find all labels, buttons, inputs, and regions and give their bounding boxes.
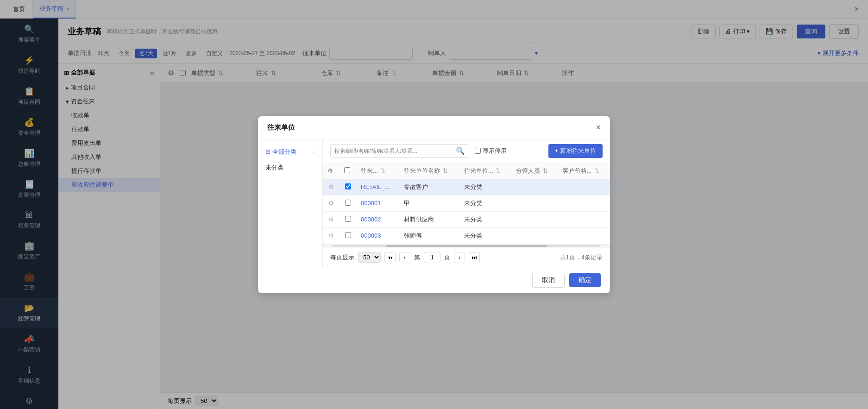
- row-code-cell: RETAIL_...: [356, 179, 399, 195]
- modal-title: 往来单位: [267, 123, 295, 132]
- modal-overlay[interactable]: 往来单位 × ⊞ 全部分类 ‹ 未分类: [0, 0, 868, 409]
- row-code-cell: 000001: [356, 195, 399, 211]
- row-select-checkbox[interactable]: [345, 216, 351, 222]
- row-checkbox-cell[interactable]: [340, 179, 356, 195]
- col-settings-header: ⚙: [323, 163, 340, 179]
- modal-sidebar-item-uncategorized[interactable]: 未分类: [258, 160, 322, 176]
- search-box: 🔍: [330, 144, 469, 158]
- page-size-label: 每页显示: [330, 253, 354, 262]
- modal-body: ⊞ 全部分类 ‹ 未分类 🔍 显示停用: [258, 139, 610, 267]
- table-header-row: ⚙ 往来... ⇅ 往来单位名称 ⇅ 往来单位... ⇅ 分管人员 ⇅ 客户价格…: [323, 163, 610, 179]
- row-salesperson-cell: [511, 179, 558, 195]
- confirm-button[interactable]: 确定: [569, 273, 601, 287]
- scrollbar-track: [332, 245, 601, 247]
- modal-table: ⚙ 往来... ⇅ 往来单位名称 ⇅ 往来单位... ⇅ 分管人员 ⇅ 客户价格…: [323, 163, 610, 244]
- row-settings-icon: ⚙: [323, 211, 340, 227]
- row-price-cell: [558, 227, 610, 244]
- row-checkbox-cell[interactable]: [340, 195, 356, 211]
- row-select-checkbox[interactable]: [345, 232, 351, 238]
- page-unit: 页: [444, 253, 450, 262]
- row-price-cell: [558, 211, 610, 227]
- row-salesperson-cell: [511, 195, 558, 211]
- row-name-cell: 材料供应商: [399, 211, 459, 227]
- select-all-modal[interactable]: [344, 167, 350, 173]
- modal-sidebar-item-label: 未分类: [265, 164, 283, 171]
- table-row[interactable]: ⚙ 000001 甲 未分类: [323, 195, 610, 211]
- row-settings-icon: ⚙: [323, 195, 340, 211]
- row-salesperson-cell: [511, 227, 558, 244]
- col-category-header: 往来单位... ⇅: [459, 163, 511, 179]
- show-disabled-label[interactable]: 显示停用: [475, 147, 507, 155]
- row-settings-icon: ⚙: [323, 227, 340, 244]
- row-code-cell: 000002: [356, 211, 399, 227]
- modal-sidebar-all-icon: ⊞: [265, 148, 270, 155]
- modal-header: 往来单位 ×: [258, 116, 610, 139]
- modal-footer-bar: 每页显示 50 ⏮ ‹ 第 页 › ⏭ 共1页，4条记录: [323, 248, 610, 267]
- show-disabled-text: 显示停用: [483, 147, 507, 155]
- modal-sidebar-header-label: 全部分类: [272, 148, 296, 156]
- row-salesperson-cell: [511, 211, 558, 227]
- row-name-cell: 张师傅: [399, 227, 459, 244]
- row-name-cell: 零散客户: [399, 179, 459, 195]
- scrollbar-thumb: [386, 245, 547, 247]
- modal-sidebar-collapse-icon[interactable]: ‹: [313, 149, 315, 155]
- row-checkbox-cell[interactable]: [340, 227, 356, 244]
- row-checkbox-cell[interactable]: [340, 211, 356, 227]
- table-row[interactable]: ⚙ RETAIL_... 零散客户 未分类: [323, 179, 610, 195]
- last-page-button[interactable]: ⏭: [469, 252, 480, 263]
- table-row[interactable]: ⚙ 000003 张师傅 未分类: [323, 227, 610, 244]
- modal-toolbar: 🔍 显示停用 + 新增往来单位: [323, 139, 610, 163]
- modal-page-size-select[interactable]: 50: [358, 252, 381, 263]
- modal-buttons: 取消 确定: [258, 267, 610, 293]
- row-settings-icon: ⚙: [323, 179, 340, 195]
- row-price-cell: [558, 195, 610, 211]
- page-number-input[interactable]: [424, 252, 440, 263]
- modal-close-icon[interactable]: ×: [596, 123, 601, 132]
- row-name-cell: 甲: [399, 195, 459, 211]
- total-info: 共1页，4条记录: [560, 253, 603, 262]
- table-row[interactable]: ⚙ 000002 材料供应商 未分类: [323, 211, 610, 227]
- row-select-checkbox[interactable]: [345, 200, 351, 206]
- cancel-button[interactable]: 取消: [532, 273, 565, 288]
- col-code-header: 往来... ⇅: [356, 163, 399, 179]
- search-input[interactable]: [334, 148, 456, 154]
- row-category-cell: 未分类: [459, 195, 511, 211]
- modal-table-wrap: ⚙ 往来... ⇅ 往来单位名称 ⇅ 往来单位... ⇅ 分管人员 ⇅ 客户价格…: [323, 163, 610, 244]
- modal-sidebar-header[interactable]: ⊞ 全部分类 ‹: [258, 144, 322, 160]
- row-code-cell: 000003: [356, 227, 399, 244]
- row-select-checkbox[interactable]: [345, 183, 351, 189]
- search-icon: 🔍: [456, 146, 465, 155]
- col-check-header: [340, 163, 356, 179]
- row-category-cell: 未分类: [459, 211, 511, 227]
- row-category-cell: 未分类: [459, 227, 511, 244]
- show-disabled-checkbox[interactable]: [475, 148, 481, 154]
- next-page-button[interactable]: ›: [454, 252, 465, 263]
- prev-page-button[interactable]: ‹: [399, 252, 410, 263]
- col-price-header: 客户价格... ⇅: [558, 163, 610, 179]
- partner-modal: 往来单位 × ⊞ 全部分类 ‹ 未分类: [258, 116, 610, 293]
- modal-content: 🔍 显示停用 + 新增往来单位 ⚙: [323, 139, 610, 267]
- col-salesperson-header: 分管人员 ⇅: [511, 163, 558, 179]
- add-partner-button[interactable]: + 新增往来单位: [548, 144, 603, 158]
- first-page-button[interactable]: ⏮: [384, 252, 396, 263]
- col-name-header: 往来单位名称 ⇅: [399, 163, 459, 179]
- modal-sidebar: ⊞ 全部分类 ‹ 未分类: [258, 139, 323, 267]
- page-label: 第: [414, 253, 420, 262]
- row-price-cell: [558, 179, 610, 195]
- row-category-cell: 未分类: [459, 179, 511, 195]
- modal-scrollbar: [323, 244, 610, 248]
